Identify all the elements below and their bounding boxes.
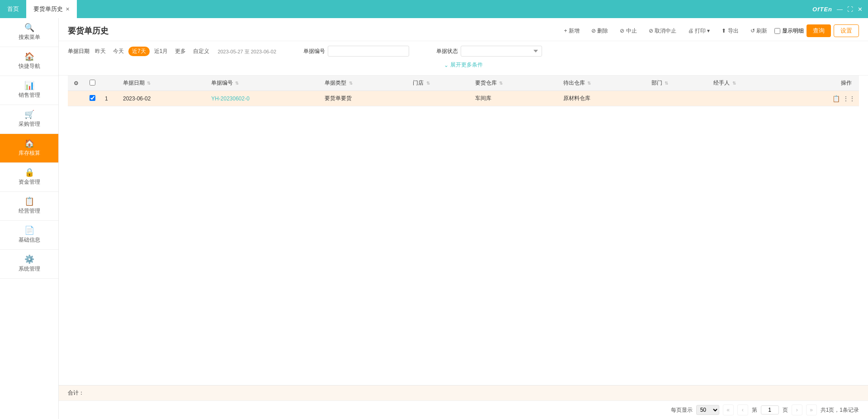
sort-icon-store: ⇅ — [426, 81, 430, 86]
sidebar-item-purchase[interactable]: 🛒 采购管理 — [0, 105, 58, 134]
search-menu-icon: 🔍 — [24, 24, 34, 32]
toolbar: + 新增 ⊘ 删除 ⊘ 中止 ⊘ 取消中止 🖨 打印 ▾ ⬆ 导出 — [560, 24, 859, 37]
col-doc-number[interactable]: 单据编号 ⇅ — [207, 76, 320, 91]
quick-nav-icon: 🏠 — [24, 52, 34, 61]
filter-area: 单据日期 昨天 今天 近7天 近1月 更多 自定义 2023-05-27 至 2… — [59, 41, 868, 76]
export-button[interactable]: ⬆ 导出 — [717, 25, 743, 37]
sort-icon-doc-date: ⇅ — [147, 81, 151, 86]
date-btn-custom[interactable]: 自定义 — [190, 47, 212, 56]
cell-doc-type: 要货单要货 — [320, 91, 408, 106]
system-icon: ⚙️ — [24, 255, 34, 263]
doc-number-filter-group: 单据编号 — [303, 46, 409, 57]
expand-more-btn[interactable]: ⌄ 展开更多条件 — [68, 59, 859, 71]
col-department[interactable]: 部门 ⇅ — [647, 76, 709, 91]
col-store[interactable]: 门店 ⇅ — [408, 76, 470, 91]
col-handler[interactable]: 经手人 ⇅ — [709, 76, 784, 91]
status-select[interactable] — [461, 46, 542, 57]
sort-icon-handler: ⇅ — [732, 81, 736, 86]
first-page-btn[interactable]: « — [723, 405, 734, 415]
tab-requisition-history[interactable]: 要货单历史 ✕ — [26, 0, 77, 18]
settings-button[interactable]: 设置 — [834, 24, 859, 37]
refresh-button[interactable]: ↺ 刷新 — [746, 25, 772, 37]
purchase-icon: 🛒 — [24, 110, 34, 119]
select-all-checkbox[interactable] — [90, 80, 95, 86]
page-number-input[interactable] — [761, 405, 779, 414]
display-detail-checkbox[interactable] — [774, 28, 780, 34]
pagination-bar: 每页显示 10 20 50 100 « ‹ 第 页 › » 共1页，1条记录 — [59, 400, 868, 419]
print-button[interactable]: 🖨 打印 ▾ — [684, 25, 714, 37]
sidebar-item-system[interactable]: ⚙️ 系统管理 — [0, 250, 58, 279]
sidebar-item-label: 经营管理 — [19, 207, 40, 215]
inventory-icon: 🏠 — [24, 139, 34, 148]
prev-page-btn[interactable]: ‹ — [737, 405, 748, 415]
delete-button[interactable]: ⊘ 删除 — [587, 25, 613, 37]
filter-row: 单据日期 昨天 今天 近7天 近1月 更多 自定义 2023-05-27 至 2… — [68, 46, 859, 57]
window-close-btn[interactable]: ✕ — [858, 6, 863, 13]
cell-handler — [709, 91, 784, 106]
query-button[interactable]: 查询 — [807, 24, 831, 37]
date-btn-yesterday[interactable]: 昨天 — [92, 47, 108, 56]
sidebar-item-search-menu[interactable]: 🔍 搜索菜单 — [0, 18, 58, 47]
sidebar-item-label: 搜索菜单 — [19, 33, 40, 41]
page-title: 要货单历史 — [68, 25, 108, 36]
cell-department — [647, 91, 709, 106]
sidebar-item-label: 库存核算 — [19, 149, 40, 157]
row-checkbox[interactable] — [90, 95, 95, 101]
cell-pending-warehouse: 原材料仓库 — [559, 91, 647, 106]
date-filter-group: 单据日期 昨天 今天 近7天 近1月 更多 自定义 2023-05-27 至 2… — [68, 47, 276, 56]
sidebar-item-quick-nav[interactable]: 🏠 快捷导航 — [0, 47, 58, 76]
table-header-row: ⚙ 单据日期 ⇅ 单据编号 ⇅ — [68, 76, 859, 91]
window-minimize-btn[interactable]: — — [837, 6, 843, 13]
settings-col-icon: ⚙ — [74, 80, 79, 86]
new-button[interactable]: + 新增 — [560, 25, 584, 37]
content-area: 要货单历史 + 新增 ⊘ 删除 ⊘ 中止 ⊘ 取消中止 🖨 打印 ▾ — [59, 18, 868, 419]
row-more-icon[interactable]: ⋮⋮ — [843, 95, 855, 102]
sidebar-item-label: 资金管理 — [19, 178, 40, 186]
doc-number-link[interactable]: YH-20230602-0 — [211, 95, 250, 102]
sidebar-item-label: 销售管理 — [19, 91, 40, 99]
stop-button[interactable]: ⊘ 中止 — [615, 25, 641, 37]
sidebar-item-finance[interactable]: 🔒 资金管理 — [0, 163, 58, 192]
top-bar-right: OfTEn — ⛶ ✕ — [807, 6, 868, 13]
cancel-stop-button[interactable]: ⊘ 取消中止 — [644, 25, 681, 37]
status-label: 单据状态 — [436, 48, 458, 55]
sidebar-item-operations[interactable]: 📋 经营管理 — [0, 192, 58, 221]
sort-icon-department: ⇅ — [665, 81, 668, 86]
sort-icon-doc-number: ⇅ — [235, 81, 239, 86]
query-btn-label: 查询 — [813, 27, 825, 34]
col-doc-date[interactable]: 单据日期 ⇅ — [118, 76, 207, 91]
per-page-select[interactable]: 10 20 50 100 — [696, 405, 719, 415]
col-doc-type[interactable]: 单据类型 ⇅ — [320, 76, 408, 91]
window-maximize-btn[interactable]: ⛶ — [847, 6, 853, 13]
cell-index: 1 — [100, 91, 118, 106]
new-btn-label: + 新增 — [564, 27, 580, 35]
col-settings[interactable]: ⚙ — [68, 76, 84, 91]
brand-text: OfTEn — [812, 6, 832, 13]
last-page-btn[interactable]: » — [806, 405, 817, 415]
cell-doc-date: 2023-06-02 — [118, 91, 207, 106]
cell-settings — [68, 91, 84, 106]
total-info: 共1页，1条记录 — [821, 406, 859, 414]
sidebar-item-inventory[interactable]: 🏠 库存核算 — [0, 134, 58, 163]
display-detail-checkbox-group[interactable]: 显示明细 — [774, 27, 804, 35]
top-bar: 首页 要货单历史 ✕ OfTEn — ⛶ ✕ — [0, 0, 868, 18]
date-btn-last-month[interactable]: 近1月 — [151, 47, 171, 56]
next-page-btn[interactable]: › — [792, 405, 802, 415]
tab-close-icon[interactable]: ✕ — [66, 6, 70, 12]
date-btn-more[interactable]: 更多 — [172, 47, 189, 56]
sidebar-item-label: 快捷导航 — [19, 62, 40, 70]
basic-info-icon: 📄 — [24, 226, 34, 234]
operations-icon: 📋 — [24, 197, 34, 205]
main-layout: 🔍 搜索菜单 🏠 快捷导航 📊 销售管理 🛒 采购管理 🏠 库存核算 🔒 资金管… — [0, 18, 868, 419]
sidebar-item-label: 采购管理 — [19, 120, 40, 128]
sidebar-item-sales[interactable]: 📊 销售管理 — [0, 76, 58, 105]
date-btn-today[interactable]: 今天 — [110, 47, 127, 56]
date-btn-last7[interactable]: 近7天 — [128, 47, 150, 56]
tab-home[interactable]: 首页 — [0, 0, 26, 18]
col-pending-warehouse[interactable]: 待出仓库 ⇅ — [559, 76, 647, 91]
row-edit-icon[interactable]: 📋 — [832, 95, 840, 102]
sidebar-item-basic-info[interactable]: 📄 基础信息 — [0, 221, 58, 250]
doc-number-input[interactable] — [328, 46, 409, 57]
expand-more-label: 展开更多条件 — [450, 61, 483, 69]
col-req-warehouse[interactable]: 要货仓库 ⇅ — [471, 76, 559, 91]
